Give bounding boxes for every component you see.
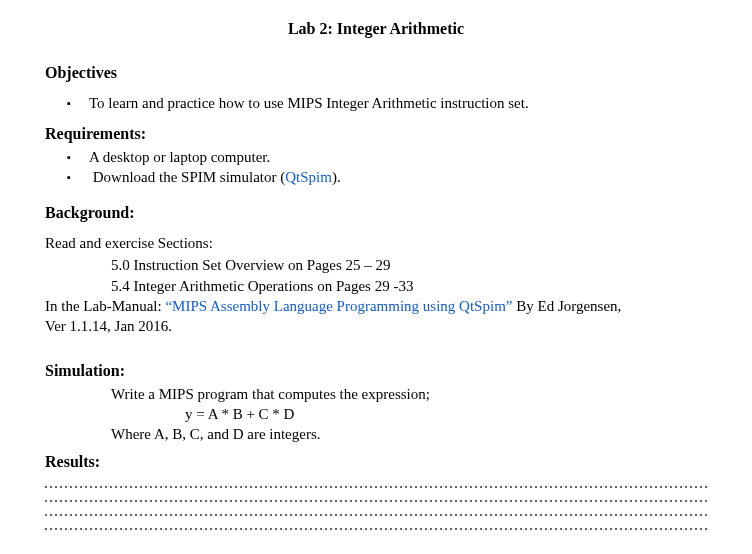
- simulation-task: Write a MIPS program that computes the e…: [45, 384, 707, 404]
- background-section: 5.4 Integer Arithmetic Operations on Pag…: [45, 276, 707, 296]
- requirements-list: A desktop or laptop computer. Download t…: [45, 147, 707, 188]
- background-block: Read and exercise Sections: 5.0 Instruct…: [45, 233, 707, 336]
- manual-version: Ver 1.1.14, Jan 2016.: [45, 316, 707, 336]
- objectives-heading: Objectives: [45, 62, 707, 84]
- results-line: [45, 476, 707, 490]
- results-line: [45, 504, 707, 518]
- list-item: A desktop or laptop computer.: [89, 147, 707, 167]
- requirement-text-suffix: ).: [332, 169, 341, 185]
- results-line: [45, 490, 707, 504]
- background-manual: In the Lab-Manual: “MIPS Assembly Langua…: [45, 296, 707, 316]
- list-item: To learn and practice how to use MIPS In…: [89, 93, 707, 113]
- results-lines: [45, 476, 707, 532]
- manual-author: By Ed Jorgensen,: [512, 298, 621, 314]
- qtspim-link[interactable]: QtSpim: [285, 169, 332, 185]
- background-heading: Background:: [45, 202, 707, 224]
- simulation-expression: y = A * B + C * D: [45, 404, 707, 424]
- simulation-block: Write a MIPS program that computes the e…: [45, 384, 707, 445]
- lab-title: Lab 2: Integer Arithmetic: [45, 18, 707, 40]
- results-heading: Results:: [45, 451, 707, 473]
- manual-link[interactable]: MIPS Assembly Language Programming using…: [172, 298, 506, 314]
- manual-prefix: In the Lab-Manual:: [45, 298, 165, 314]
- requirements-heading: Requirements:: [45, 123, 707, 145]
- objectives-list: To learn and practice how to use MIPS In…: [45, 93, 707, 113]
- list-item: Download the SPIM simulator (QtSpim).: [89, 167, 707, 187]
- simulation-constraint: Where A, B, C, and D are integers.: [45, 424, 707, 444]
- results-line: [45, 518, 707, 532]
- background-section: 5.0 Instruction Set Overview on Pages 25…: [45, 255, 707, 275]
- requirement-text-prefix: Download the SPIM simulator (: [93, 169, 286, 185]
- background-intro: Read and exercise Sections:: [45, 233, 707, 253]
- simulation-heading: Simulation:: [45, 360, 707, 382]
